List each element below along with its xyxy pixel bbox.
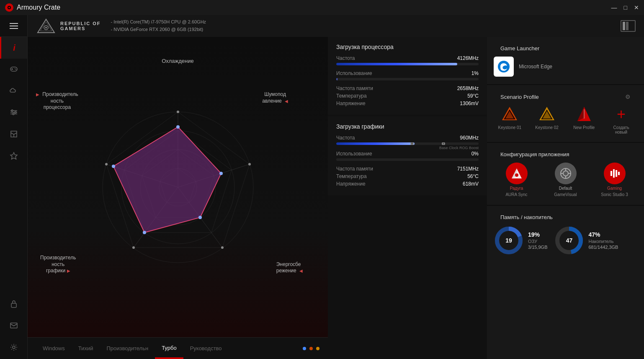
sidebar-item-mail[interactable] (10, 315, 18, 337)
sidebar-item-info[interactable]: i (0, 37, 27, 59)
radar-label-bottomright: Энергосбе режение ◀ (276, 261, 303, 274)
gamevisual-sub: Default (559, 186, 572, 191)
hamburger-icon (10, 23, 18, 29)
cpu-frequency-label: Частота (336, 55, 355, 61)
svg-point-46 (198, 216, 202, 219)
sidebar-item-lock[interactable] (10, 294, 18, 315)
cpu-info: - Intel(R) Core(TM) i7-9750H CPU @ 2.60G… (111, 18, 206, 26)
cpu-usage-bar-fill (336, 78, 337, 80)
gamevisual-item[interactable]: Default GameVisual (543, 163, 588, 197)
disk-percent: 47 (566, 237, 573, 244)
svg-point-7 (15, 69, 16, 70)
main-content: REPUBLIC OF GAMERS - Intel(R) Core(TM) i… (28, 15, 644, 359)
gpu-temp-label: Температура (336, 173, 367, 179)
gpu-bar-label: Base Clock ROG Boost (439, 146, 479, 150)
mail-icon (10, 322, 18, 331)
radar-label-bottomleft: Производитель ность графики ▶ (40, 255, 76, 274)
tab-dot-3 (316, 347, 319, 350)
sonic-studio-item[interactable]: Gaming Sonic Studio 3 (592, 163, 637, 197)
maximize-button[interactable]: □ (624, 4, 627, 11)
cpu-voltage-label: Напряжение (336, 101, 366, 106)
gpu-frequency-row: Частота 960MHz (336, 135, 479, 141)
svg-point-47 (143, 231, 146, 234)
sidebar-item-cloud[interactable] (0, 80, 27, 102)
cpu-usage-row: Использование 1% (336, 70, 479, 76)
svg-point-45 (219, 172, 223, 175)
memory-header: Память / накопитель (494, 210, 637, 224)
gpu-panel-title: Загрузка графики (336, 123, 479, 130)
scenario-new-profile[interactable]: New Profile (568, 105, 600, 130)
add-label: Создать новый (613, 125, 629, 134)
gamevisual-name: GameVisual (554, 192, 577, 197)
minimize-button[interactable]: — (611, 4, 617, 11)
game-launcher-content: Microsoft Edge (494, 55, 637, 78)
rog-logo-icon (36, 18, 56, 34)
svg-point-59 (563, 171, 568, 176)
ram-donut: 19 (494, 225, 524, 256)
titlebar-logo-icon (5, 3, 13, 12)
game-launcher-header: Game Launcher (494, 41, 637, 55)
gpu-mem-freq-row: Частота памяти 7151MHz (336, 166, 479, 172)
cpu-voltage-row: Напряжение 1306mV (336, 101, 479, 106)
tab-quiet[interactable]: Тихий (72, 338, 100, 359)
scenario-add[interactable]: + Создать новый (605, 105, 637, 134)
gpu-frequency-bar (336, 142, 479, 145)
sidebar-item-box[interactable] (0, 124, 27, 146)
cpu-frequency-bar-fill (336, 63, 457, 65)
scenario-profile-card: Scenario Profile ⚙ (487, 85, 644, 142)
svg-point-19 (13, 346, 15, 349)
tab-dot-2 (309, 347, 313, 350)
ram-percent: 19 (505, 237, 512, 244)
scenario-settings-icon[interactable]: ⚙ (625, 93, 631, 100)
header: REPUBLIC OF GAMERS - Intel(R) Core(TM) i… (28, 15, 644, 37)
disk-text: 47% Накопитель 681/1442,3GB (588, 231, 618, 250)
cpu-usage-bar (336, 78, 479, 80)
sidebar-hamburger[interactable] (0, 15, 27, 37)
sidebar-item-gamepad[interactable] (0, 59, 27, 80)
sidebar-item-favorites[interactable] (0, 146, 27, 168)
tab-turbo[interactable]: Турбо (155, 338, 183, 359)
scenario-keystone01[interactable]: Keystone 01 (494, 105, 526, 130)
svg-point-2 (8, 7, 10, 8)
gpu-frequency-label: Частота (336, 135, 355, 141)
app-config-icons-list: Радуга AURA Sync (494, 161, 637, 199)
gpu-stats-panel: Загрузка графики Частота 960MHz (328, 116, 487, 195)
app-title: Armoury Crate (17, 4, 60, 11)
svg-marker-16 (10, 152, 17, 159)
add-icon: + (612, 105, 631, 124)
gpu-frequency-value: 960MHz (460, 135, 479, 141)
cpu-mem-freq-value: 2658MHz (457, 85, 479, 91)
scenario-profile-header: Scenario Profile ⚙ (494, 89, 637, 103)
cpu-temp-row: Температура 59°C (336, 93, 479, 99)
sidebar-item-sliders[interactable] (0, 102, 27, 124)
system-info: - Intel(R) Core(TM) i7-9750H CPU @ 2.60G… (111, 18, 206, 33)
svg-point-38 (248, 163, 251, 165)
aura-sync-name: AURA Sync (505, 192, 527, 197)
close-button[interactable]: ✕ (634, 4, 639, 11)
gamevisual-icon (555, 163, 577, 184)
cpu-frequency-bar (336, 63, 479, 65)
aura-sync-sub: Радуга (510, 186, 523, 191)
tab-performance[interactable]: Производительн (100, 338, 155, 359)
svg-rect-66 (616, 170, 617, 177)
titlebar-controls: — □ ✕ (611, 4, 639, 11)
gpu-frequency-bar-fill (336, 142, 415, 145)
radar-area: Охлаждение Шумопод авление ◀ Энергосбе р… (28, 37, 328, 337)
gpu-usage-value: 0% (471, 151, 479, 157)
memory-content: 19 19% ОЗУ 3/15,9GB (494, 224, 637, 257)
scenario-keystone02[interactable]: Keystone 02 (531, 105, 563, 130)
gamepad-icon (9, 65, 18, 74)
gpu-temp-value: 56°C (467, 173, 479, 179)
svg-point-23 (45, 27, 47, 28)
panel-toggle-icon[interactable] (621, 20, 636, 32)
tab-manual[interactable]: Руководство (183, 338, 229, 359)
tab-windows[interactable]: Windows (36, 338, 72, 359)
keystone01-label: Keystone 01 (498, 125, 522, 130)
sidebar-item-settings[interactable] (10, 337, 18, 359)
box-icon (10, 130, 18, 140)
svg-point-6 (15, 68, 15, 69)
edge-name: Microsoft Edge (519, 64, 552, 70)
app-config-card: Конфигурация приложения (487, 143, 644, 205)
aura-sync-item[interactable]: Радуга AURA Sync (494, 163, 539, 197)
aura-sync-icon (506, 163, 528, 184)
